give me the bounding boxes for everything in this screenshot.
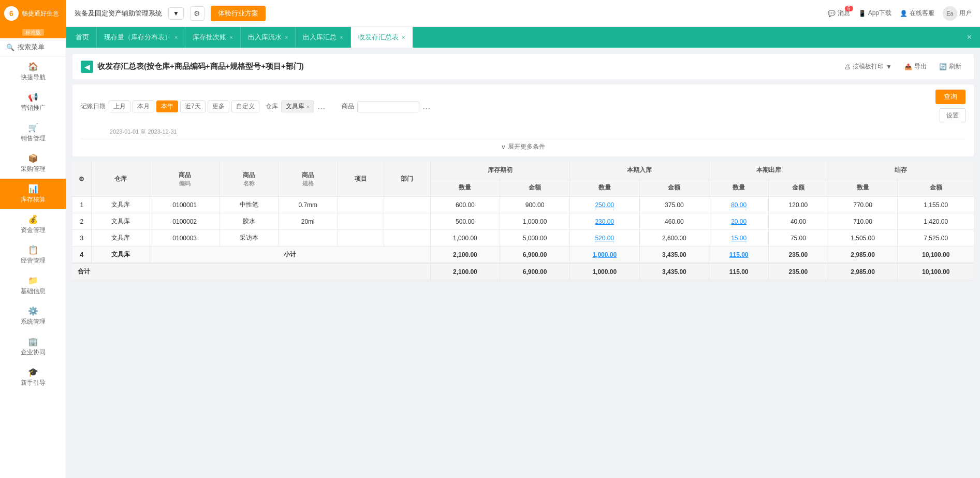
- col-dept: 部门: [384, 162, 430, 197]
- cell-opening-amt: 1,000.00: [500, 213, 570, 230]
- sidebar-item-enterprise[interactable]: 🏢 企业协同: [0, 331, 66, 362]
- out-qty-link[interactable]: 20.00: [731, 218, 747, 225]
- total-opening-amt: 6,900.00: [500, 263, 570, 280]
- sidebar-item-purchase[interactable]: 📦 采购管理: [0, 148, 66, 179]
- tab-stock-label: 现存量（库存分布表）: [104, 33, 171, 42]
- date-btn-7days[interactable]: 近7天: [180, 100, 206, 112]
- system-label: 系统管理: [21, 317, 46, 326]
- tab-home-label: 首页: [76, 33, 89, 42]
- tab-stock-close[interactable]: ×: [174, 34, 178, 40]
- message-action[interactable]: 💬 消息 6: [828, 9, 850, 18]
- tab-inout-flow-label: 出入库流水: [248, 33, 282, 42]
- expand-button[interactable]: ∨ 展开更多条件: [501, 142, 545, 151]
- total-closing-qty: 2,985.00: [828, 263, 898, 280]
- export-button[interactable]: 📤 导出: [900, 60, 931, 73]
- marketing-icon: 📢: [28, 92, 38, 102]
- cell-in-qty: 520.00: [569, 230, 639, 247]
- print-icon: 🖨: [844, 63, 851, 70]
- warehouse-remove-button[interactable]: ×: [306, 104, 310, 110]
- refresh-button[interactable]: 🔄 刷新: [935, 60, 966, 73]
- date-btn-this-month[interactable]: 本月: [133, 100, 154, 112]
- settings-icon[interactable]: ⚙: [79, 176, 84, 183]
- version-bar: 标准版: [0, 27, 66, 38]
- sales-icon: 🛒: [28, 123, 38, 133]
- cell-warehouse: 文具库: [91, 197, 150, 213]
- user-action[interactable]: Ea 用户: [943, 6, 972, 21]
- tab-recv-send-close[interactable]: ×: [402, 34, 405, 40]
- out-qty-link[interactable]: 15.00: [731, 235, 747, 242]
- marketing-label: 营销推广: [21, 104, 46, 112]
- main-area: 装备及固定资产辅助管理系统 ▼ ⚙ 体验行业方案 💬 消息 6 📱 App下载 …: [66, 0, 980, 478]
- tab-inout-flow[interactable]: 出入库流水 ×: [241, 27, 296, 48]
- expand-down-icon: ∨: [501, 143, 506, 151]
- logo-text: 畅捷通好生意: [22, 9, 59, 18]
- tab-recv-send[interactable]: 收发存汇总表 ×: [351, 27, 413, 48]
- tab-inout-flow-close[interactable]: ×: [285, 34, 288, 40]
- print-button[interactable]: 🖨 按模板打印 ▼: [840, 60, 896, 73]
- table-body: 1 文具库 0100001 中性笔 0.7mm 600.00 900.00 25…: [72, 197, 974, 264]
- col-goods-name: 商品名称: [220, 162, 278, 197]
- sales-label: 销售管理: [21, 134, 46, 143]
- settings-gear-button[interactable]: ⚙: [190, 6, 204, 21]
- date-btn-last-month[interactable]: 上月: [109, 100, 130, 112]
- col-goods-spec: 商品规格: [278, 162, 338, 197]
- tab-home[interactable]: 首页: [68, 27, 97, 48]
- in-qty-link[interactable]: 520.00: [595, 235, 614, 242]
- warehouse-more-button[interactable]: ...: [317, 101, 325, 112]
- subtotal-out-qty-link[interactable]: 115.00: [729, 251, 749, 258]
- cell-in-amt: 375.00: [639, 197, 709, 213]
- tab-batch-close[interactable]: ×: [229, 34, 232, 40]
- col-closing-qty: 数量: [828, 179, 898, 197]
- enterprise-icon: 🏢: [28, 337, 38, 346]
- date-btn-this-year[interactable]: 本年: [156, 100, 178, 112]
- cell-closing-qty: 770.00: [828, 197, 898, 213]
- goods-more-button[interactable]: ...: [422, 101, 430, 112]
- sidebar-item-operation[interactable]: 📋 经营管理: [0, 240, 66, 270]
- tab-stock[interactable]: 现存量（库存分布表） ×: [97, 27, 185, 48]
- subtotal-in-qty-link[interactable]: 1,000.00: [592, 251, 617, 258]
- message-icon: 💬: [828, 10, 836, 17]
- goods-input[interactable]: [357, 101, 419, 112]
- collapse-button[interactable]: ◀: [81, 61, 93, 73]
- total-in-amt: 3,435.00: [639, 263, 709, 280]
- sidebar-item-guide[interactable]: 🎓 新手引导: [0, 362, 66, 393]
- date-range-display: 2023-01-01 至 2023-12-31: [110, 128, 177, 135]
- date-btn-custom[interactable]: 自定义: [231, 100, 259, 112]
- col-project: 项目: [338, 162, 384, 197]
- cell-out-amt: 40.00: [769, 213, 828, 230]
- col-in-amt: 金额: [639, 179, 709, 197]
- experience-button[interactable]: 体验行业方案: [211, 6, 266, 21]
- tab-inout-sum[interactable]: 出入库汇总 ×: [296, 27, 350, 48]
- cell-project: [338, 230, 384, 247]
- online-service-action[interactable]: 👤 在线客服: [900, 9, 934, 18]
- refresh-label: 刷新: [949, 62, 961, 71]
- subtotal-out-amt: 235.00: [769, 247, 828, 264]
- in-qty-link[interactable]: 250.00: [595, 201, 614, 209]
- filter-setting-button[interactable]: 设置: [940, 108, 966, 123]
- out-qty-link[interactable]: 80.00: [731, 201, 747, 209]
- purchase-icon: 📦: [28, 153, 38, 163]
- purchase-label: 采购管理: [21, 165, 46, 173]
- tab-close-all[interactable]: ×: [961, 33, 978, 42]
- in-qty-link[interactable]: 230.00: [595, 218, 614, 225]
- sidebar-item-search[interactable]: 🔍 搜索菜单: [0, 38, 66, 56]
- warehouse-label: 仓库: [266, 102, 278, 111]
- col-settings: ⚙: [72, 162, 91, 197]
- sidebar-item-basic[interactable]: 📁 基础信息: [0, 270, 66, 301]
- date-buttons: 上月 本月 本年 近7天 更多 自定义: [109, 100, 259, 112]
- app-dropdown[interactable]: ▼: [168, 7, 184, 20]
- app-download-action[interactable]: 📱 App下载: [858, 9, 891, 18]
- sidebar-item-system[interactable]: ⚙️ 系统管理: [0, 301, 66, 331]
- sidebar-item-quick[interactable]: 🏠 快捷导航: [0, 56, 66, 87]
- expand-label: 展开更多条件: [508, 142, 545, 151]
- tab-batch[interactable]: 库存批次账 ×: [185, 27, 240, 48]
- tab-inout-sum-close[interactable]: ×: [340, 34, 343, 40]
- sidebar-item-marketing[interactable]: 📢 营销推广: [0, 87, 66, 118]
- query-button[interactable]: 查询: [935, 90, 966, 104]
- service-icon: 👤: [900, 10, 908, 17]
- sidebar-item-inventory[interactable]: 📊 库存核算: [0, 179, 66, 209]
- date-btn-more[interactable]: 更多: [208, 100, 229, 112]
- sidebar-item-finance[interactable]: 💰 资金管理: [0, 209, 66, 240]
- sidebar-item-sales[interactable]: 🛒 销售管理: [0, 118, 66, 148]
- cell-seq: 1: [72, 197, 91, 213]
